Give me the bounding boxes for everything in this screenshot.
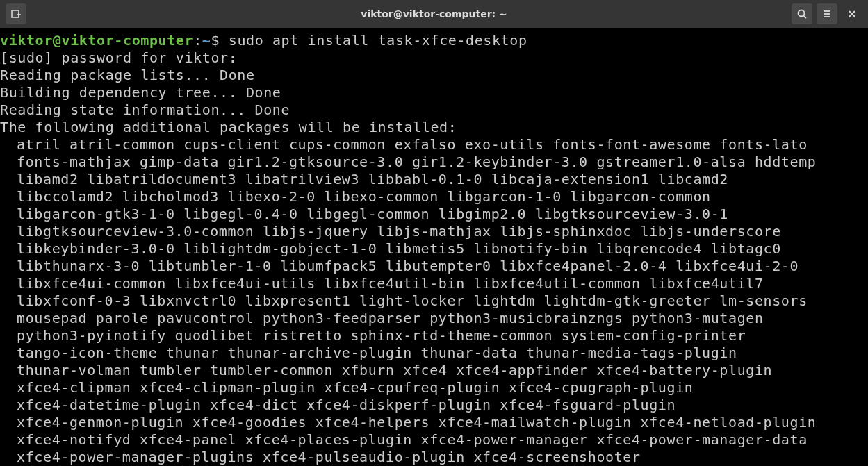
- package-line: libgtksourceview-3.0-common libjs-jquery…: [0, 223, 868, 240]
- titlebar: viktor@viktor-computer: ~: [0, 0, 868, 28]
- package-line: python3-pyinotify quodlibet ristretto sp…: [0, 327, 868, 344]
- new-tab-button[interactable]: [6, 3, 26, 24]
- package-line: libkeybinder-3.0-0 liblightdm-gobject-1-…: [0, 240, 868, 258]
- command-text: sudo apt install task-xfce-desktop: [229, 32, 527, 49]
- prompt-path: ~: [202, 32, 211, 49]
- prompt-symbol: $: [211, 32, 228, 49]
- package-line: thunar-volman tumbler tumbler-common xfb…: [0, 362, 868, 379]
- package-line: libthunarx-3-0 libtumbler-1-0 libumfpack…: [0, 258, 868, 275]
- prompt-host: viktor-computer: [62, 32, 194, 49]
- svg-point-3: [799, 10, 805, 17]
- output-line: [sudo] password for viktor:: [0, 49, 237, 66]
- prompt-user: viktor: [0, 32, 53, 49]
- menu-button[interactable]: [817, 3, 837, 24]
- svg-rect-0: [12, 10, 19, 17]
- package-line: xfce4-datetime-plugin xfce4-dict xfce4-d…: [0, 397, 868, 414]
- package-line: libamd2 libatrildocument3 libatrilview3 …: [0, 171, 868, 188]
- search-button[interactable]: [792, 3, 812, 24]
- package-line: atril atril-common cups-client cups-comm…: [0, 136, 868, 153]
- package-line: xfce4-genmon-plugin xfce4-goodies xfce4-…: [0, 414, 868, 431]
- package-line: libxfconf-0-3 libxnvctrl0 libxpresent1 l…: [0, 292, 868, 310]
- package-line: libxfce4ui-common libxfce4ui-utils libxf…: [0, 275, 868, 292]
- svg-line-4: [804, 16, 807, 19]
- terminal-output[interactable]: viktor@viktor-computer:~$ sudo apt insta…: [0, 28, 868, 466]
- package-line: xfce4-clipman xfce4-clipman-plugin xfce4…: [0, 379, 868, 397]
- output-line: The following additional packages will b…: [0, 119, 457, 135]
- prompt-colon: :: [193, 32, 202, 49]
- package-line: fonts-mathjax gimp-data gir1.2-gtksource…: [0, 153, 868, 171]
- close-button[interactable]: [842, 3, 862, 24]
- package-line: xfce4-notifyd xfce4-panel xfce4-places-p…: [0, 431, 868, 449]
- package-line: tango-icon-theme thunar thunar-archive-p…: [0, 344, 868, 362]
- prompt-at: @: [53, 32, 62, 49]
- window-title: viktor@viktor-computer: ~: [361, 8, 507, 19]
- output-line: Reading package lists... Done: [0, 67, 255, 83]
- package-line: libccolamd2 libcholmod3 libexo-2-0 libex…: [0, 188, 868, 206]
- output-line: Building dependency tree... Done: [0, 84, 281, 101]
- package-line: libgarcon-gtk3-1-0 libgegl-0.4-0 libgegl…: [0, 206, 868, 223]
- package-line: xfce4-power-manager-plugins xfce4-pulsea…: [0, 449, 868, 466]
- output-line: Reading state information... Done: [0, 101, 290, 118]
- package-line: mousepad parole pavucontrol python3-feed…: [0, 310, 868, 327]
